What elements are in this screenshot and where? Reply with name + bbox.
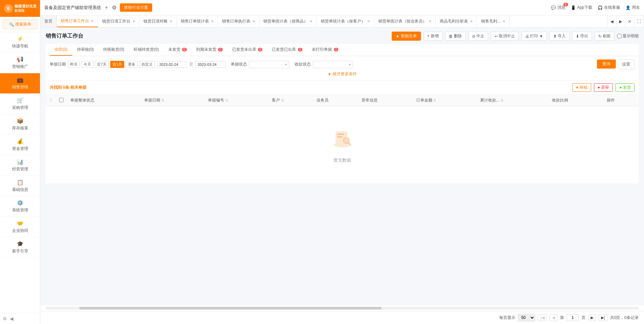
filter-tab-shipped-out[interactable]: 已发货已出库 0 [267, 44, 307, 56]
tab-customer-stats[interactable]: 销货单统计表（按客户） ✕ [317, 15, 374, 27]
sidebar-item-guide[interactable]: 🎓 新手引导 [0, 237, 40, 258]
sidebar-item-inventory[interactable]: 📦 库存核算 [0, 114, 40, 135]
tab-maximize-button[interactable]: ⛶ [634, 15, 644, 27]
select-all-checkbox[interactable] [59, 98, 63, 102]
shipped-out-badge: 0 [298, 48, 303, 51]
tab-next-button[interactable]: ▶ [616, 15, 625, 27]
cancel-stop-button[interactable]: ↩ 取消中止 [491, 32, 519, 41]
horizontal-scrollbar[interactable] [46, 307, 639, 310]
page-last-button[interactable]: ▶| [599, 314, 607, 321]
tab-sales-exec[interactable]: 销售订单执行表 ✕ [218, 15, 259, 27]
filter-tab-wangpu-ship[interactable]: 旺铺待发货(0) [129, 44, 164, 56]
tab-sales-margin[interactable]: 销售毛利... ✕ [477, 15, 510, 27]
export-button[interactable]: ⬇ 导出 [572, 32, 592, 41]
delete-button[interactable]: 🗑 删除 [445, 32, 466, 41]
empty-text: 暂无数据 [334, 157, 351, 163]
search-menu-button[interactable]: 🔍 搜索菜单 [3, 19, 37, 29]
date-more[interactable]: 更多 [126, 61, 138, 68]
filter-tab-all[interactable]: 全部(0) [50, 44, 72, 56]
app-download-item[interactable]: 📱 App下载 [571, 5, 592, 10]
sidebar-item-enterprise[interactable]: 🤝 企业协同 [0, 217, 40, 237]
collapse-icon[interactable]: ◀ [10, 316, 13, 321]
star-icon: ★ [396, 34, 399, 39]
date-custom[interactable]: 自定义 [139, 61, 155, 68]
query-button[interactable]: 查询 [597, 59, 616, 69]
sidebar-item-quick-nav[interactable]: ⚡ 快捷导航 [0, 32, 40, 53]
solution-button[interactable]: 体验行业方案 [120, 3, 152, 12]
tab-close-sales-order[interactable]: ✕ [91, 19, 94, 23]
stop-button[interactable]: ⊘ 中止 [468, 32, 488, 41]
tab-close-sales-stats[interactable]: ✕ [211, 19, 214, 23]
filter-tab-pending-review[interactable]: 待审核(0) [72, 44, 99, 56]
date-to-input[interactable] [195, 61, 225, 68]
page-next-button[interactable]: ▶ [588, 314, 596, 321]
tab-margin-analysis[interactable]: 商品毛利分析表 ✕ [436, 15, 477, 27]
date-1month[interactable]: 近1月 [110, 61, 124, 68]
col-customer[interactable]: 客户 ⇅ [268, 95, 313, 106]
date-today[interactable]: 今天 [81, 61, 93, 68]
system-dropdown-icon[interactable]: ▼ [104, 5, 109, 10]
smart-create-button[interactable]: ★ 智能生单 [392, 32, 421, 41]
sidebar-item-finance[interactable]: 💰 资金管理 [0, 135, 40, 155]
header-settings-icon[interactable]: ⚙ [112, 4, 117, 11]
date-yesterday[interactable]: 昨天 [68, 61, 80, 68]
tab-close-customer-stats[interactable]: ✕ [367, 19, 370, 23]
col-number[interactable]: 单据编号 ⇅ [205, 95, 268, 106]
tab-close-goods-stats[interactable]: ✕ [310, 19, 312, 23]
print-button[interactable]: 🖨 打印 ▼ [521, 32, 547, 41]
sidebar-item-operations[interactable]: 📊 经营管理 [0, 155, 40, 176]
sidebar-item-sales[interactable]: 💼 销售管理 [0, 73, 40, 94]
sidebar-item-basic-info[interactable]: 📋 基础信息 [0, 176, 40, 196]
per-page-select[interactable]: 50 20 100 [518, 314, 535, 321]
filter-tab-unshipped[interactable]: 未发货 0 [164, 44, 191, 56]
show-detail-label[interactable]: 显示明细 [617, 33, 639, 39]
settings-bottom-icon[interactable]: ⚙ [3, 316, 7, 321]
online-service-item[interactable]: 🎧 在线客服 [598, 5, 620, 10]
review-button[interactable]: ● 审核 [572, 83, 591, 92]
tab-close-daily-clear[interactable]: ✕ [132, 19, 135, 23]
page-first-button[interactable]: |◀ [538, 314, 547, 321]
tab-close-sales-exec[interactable]: ✕ [252, 19, 255, 23]
tab-close-staff-stats[interactable]: ✕ [429, 19, 431, 23]
col-collected[interactable]: 累计收款... ⇅ [477, 95, 549, 106]
ship-button[interactable]: ● 发货 [615, 83, 635, 92]
tab-daily-clear[interactable]: 钱货日清工作台 ✕ [98, 15, 139, 27]
tab-close-all-button[interactable]: ✕ [625, 15, 634, 27]
filter-tab-unprinted[interactable]: 未打印单据 0 [307, 44, 343, 56]
import-button[interactable]: ⬆ 导入 [550, 32, 569, 41]
date-7days[interactable]: 近7天 [95, 61, 109, 68]
tab-goods-stats[interactable]: 销货单统计表（按商品） ✕ [259, 15, 317, 27]
tab-close-sales-margin[interactable]: ✕ [503, 19, 505, 23]
tab-staff-stats[interactable]: 销货单统计表（按业务员） ✕ [374, 15, 436, 27]
page-number-input[interactable] [567, 314, 579, 321]
col-amount[interactable]: 订单金额 ⇅ [413, 95, 477, 106]
tab-sales-order[interactable]: 销售订单工作台 ✕ [57, 15, 98, 27]
expand-conditions-button[interactable]: ▼ 展开更多条件 [328, 71, 357, 77]
status-select[interactable] [249, 61, 289, 68]
tab-reconcile[interactable]: 钱货日清对账 ✕ [139, 15, 177, 27]
date-from-input[interactable] [157, 61, 187, 68]
tab-prev-button[interactable]: ◀ [608, 15, 616, 27]
scroll-thumb[interactable] [79, 307, 382, 310]
payment-select[interactable] [313, 61, 353, 68]
page-prev-button[interactable]: ◀ [550, 314, 557, 321]
show-detail-checkbox[interactable] [617, 34, 621, 38]
tab-sales-stats[interactable]: 销售订单统计表 ✕ [177, 15, 218, 27]
user-item[interactable]: 👤 用友 [626, 5, 640, 10]
search-settings-button[interactable]: 设置 [618, 59, 635, 69]
message-item[interactable]: 💬 消息 6 [551, 5, 565, 10]
tab-home[interactable]: 首页 [40, 15, 57, 27]
date-range-buttons: 昨天 今天 近7天 近1月 更多 自定义 [68, 61, 155, 68]
add-button[interactable]: + 新增 [424, 32, 442, 41]
sidebar-item-purchase[interactable]: 🛒 采购管理 [0, 94, 40, 114]
filter-tab-pending-check[interactable]: 待拣验货(0) [98, 44, 129, 56]
refresh-button[interactable]: ↻ 刷新 [595, 32, 614, 41]
col-date[interactable]: 单据日期 ⇅ [141, 95, 205, 106]
filter-tab-overdue-ship[interactable]: 到期未发货 0 [191, 44, 227, 56]
cancel-review-button[interactable]: ● 弃审 [594, 83, 613, 92]
sidebar-item-marketing[interactable]: 📢 营销推广 [0, 53, 40, 73]
tab-close-margin-analysis[interactable]: ✕ [470, 19, 473, 23]
filter-tab-shipped-not-out[interactable]: 已发货未出库 0 [227, 44, 267, 56]
sidebar-item-system[interactable]: ⚙️ 系统管理 [0, 196, 40, 217]
tab-close-reconcile[interactable]: ✕ [170, 19, 172, 23]
